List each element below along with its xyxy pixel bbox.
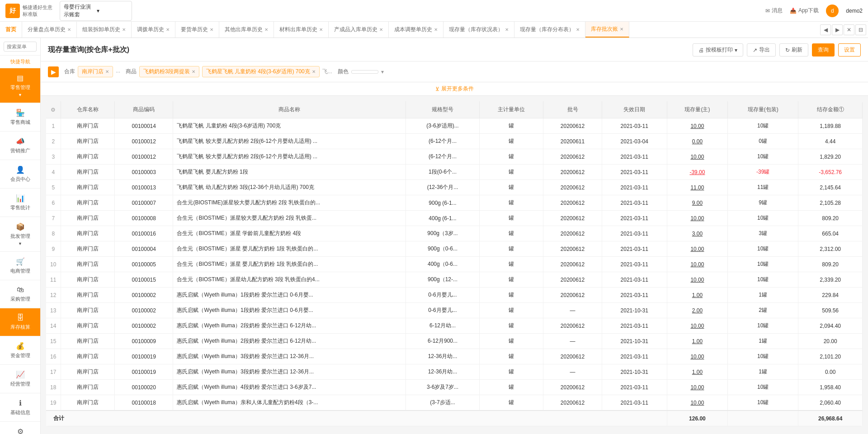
cell-qty-main[interactable]: -39.00 [667, 165, 727, 180]
sidebar-item-basic-info[interactable]: ℹ 基础信息 [0, 393, 40, 422]
cell-spec: 900g (6-1... [406, 195, 479, 211]
product-tag1-close-icon[interactable]: ✕ [192, 69, 195, 74]
cell-qty-main[interactable]: 10.00 [667, 241, 727, 257]
sidebar-item-finance[interactable]: 💰 资金管理 [0, 336, 40, 365]
tab-close-icon[interactable]: ✕ [576, 27, 580, 32]
cell-qty-main[interactable]: 1.00 [667, 288, 727, 303]
query-btn[interactable]: 查询 [812, 43, 835, 57]
sidebar-item-retail-stats[interactable]: 📊 零售统计 [0, 189, 40, 217]
product-filter-tag-2[interactable]: 飞鹤星飞帆 儿童奶粉 4段(3-6岁适用) 700克 ✕ [202, 66, 320, 77]
product-filter-extra[interactable]: 飞... [322, 68, 332, 75]
cell-qty-main[interactable]: 10.00 [667, 380, 727, 395]
finance-icon: 💰 [16, 342, 25, 350]
tab-next-btn[interactable]: ▶ [832, 24, 843, 35]
cell-qty-main[interactable]: 3.00 [667, 226, 727, 241]
tab-batch-account[interactable]: 库存批次账 ✕ [585, 22, 629, 38]
retail-stats-icon: 📊 [16, 194, 25, 203]
tab-product-in[interactable]: 产成品入库单历史 ✕ [329, 22, 389, 38]
tab-home[interactable]: 首页 [0, 22, 22, 38]
cell-qty-main[interactable]: 10.00 [667, 395, 727, 411]
sidebar-item-system-mgmt[interactable]: ⚙ 系统管理 [0, 422, 40, 434]
cell-qty-main[interactable]: 10.00 [667, 149, 727, 165]
cell-batch: 20200612 [543, 272, 602, 288]
settings-icon[interactable]: ⚙ [51, 107, 56, 113]
tab-disassemble[interactable]: 组装拆卸单历史 ✕ [77, 22, 132, 38]
cell-num: 9 [46, 241, 61, 257]
tab-cost-adjust[interactable]: 成本调整单历史 ✕ [389, 22, 443, 38]
tab-prev-btn[interactable]: ◀ [820, 24, 831, 35]
sidebar-item-label: 资金管理 [10, 352, 30, 359]
cell-num: 17 [46, 364, 61, 380]
tab-close-icon[interactable]: ✕ [122, 27, 126, 32]
tab-more-btn[interactable]: ⊟ [855, 24, 866, 35]
tab-close-icon[interactable]: ✕ [67, 27, 71, 32]
cell-qty-main[interactable]: 10.00 [667, 272, 727, 288]
product-tag2-close-icon[interactable]: ✕ [312, 69, 316, 74]
cell-qty-main[interactable]: 10.00 [667, 349, 727, 364]
sidebar-item-label: 营销推广 [10, 147, 30, 154]
tab-close-icon[interactable]: ✕ [620, 27, 623, 32]
tab-close-icon[interactable]: ✕ [166, 27, 170, 32]
tab-inventory-status[interactable]: 现存量（库存状况表） ✕ [443, 22, 514, 38]
tab-inventory-dist[interactable]: 现存量（库存分布表） ✕ [514, 22, 585, 38]
tab-close-icon[interactable]: ✕ [319, 27, 323, 32]
cell-qty-main[interactable]: 10.00 [667, 211, 727, 226]
template-print-btn[interactable]: 🖨 按模板打印 ▾ [693, 43, 743, 57]
cell-qty-main[interactable]: 10.00 [667, 257, 727, 272]
refresh-btn[interactable]: ↻ 刷新 [779, 43, 808, 57]
sidebar-item-operations[interactable]: 📈 经营管理 [0, 365, 40, 393]
tab-close-icon[interactable]: ✕ [210, 27, 213, 32]
purchase-icon: 🛍 [17, 286, 24, 294]
cell-batch: 20200611 [543, 134, 602, 149]
sidebar-item-ecommerce[interactable]: 🛒 电商管理 [0, 252, 40, 280]
cell-spec: (6-12个月... [406, 134, 479, 149]
tab-require[interactable]: 要货单历史 ✕ [175, 22, 219, 38]
warehouse-filter-dots[interactable]: ··· [116, 69, 120, 75]
cell-qty-main[interactable]: 1.00 [667, 364, 727, 380]
tab-close-all-btn[interactable]: ✕ [844, 24, 854, 35]
expand-icon: ▶ [51, 68, 56, 75]
sidebar-item-member[interactable]: 👤 会员中心 [0, 160, 40, 189]
cell-qty-main[interactable]: 10.00 [667, 318, 727, 334]
tab-close-icon[interactable]: ✕ [505, 27, 509, 32]
cell-qty-main[interactable]: 11.00 [667, 180, 727, 195]
wholesale-icon: 📦 [16, 222, 25, 231]
warehouse-filter-tag[interactable]: 南岸门店 ✕ [78, 66, 113, 77]
message-btn[interactable]: ✉ 消息 [765, 7, 783, 14]
store-selector[interactable]: 母婴行业演示账套 ▾ [60, 1, 132, 21]
sidebar-item-wholesale[interactable]: 📦 批发管理 ▼ [0, 217, 40, 252]
cell-expiry: 2021-03-11 [602, 149, 667, 165]
tab-split-count[interactable]: 分量盘点单历史 ✕ [22, 22, 77, 38]
search-input[interactable] [4, 42, 37, 52]
tab-transfer[interactable]: 调拨单历史 ✕ [132, 22, 175, 38]
sidebar-item-retail-shop[interactable]: 🏪 零售商城 [0, 103, 40, 132]
col-settings[interactable]: ⚙ [46, 101, 61, 118]
cell-balance: -3,652.76 [798, 165, 863, 180]
sidebar-item-marketing[interactable]: 📣 营销推广 [0, 132, 40, 160]
app-download-btn[interactable]: 📥 App下载 [790, 7, 819, 14]
cell-qty-main[interactable]: 0.00 [667, 134, 727, 149]
settings-btn[interactable]: 设置 [838, 43, 861, 57]
cell-qty-main[interactable]: 1.00 [667, 334, 727, 349]
sidebar-item-retail-mgmt[interactable]: ▤ 零售管理 ▼ [0, 68, 40, 103]
product-filter-tag-1[interactable]: 飞鹤奶粉3段两提装 ✕ [139, 66, 199, 77]
color-filter-input[interactable] [351, 70, 378, 74]
cell-qty-main[interactable]: 2.00 [667, 303, 727, 318]
color-filter-group: 颜色 ▾ [338, 68, 384, 75]
export-btn[interactable]: ↗ 导出 [747, 43, 776, 57]
filter-expand-btn[interactable]: ▶ [48, 66, 59, 77]
tab-close-icon[interactable]: ✕ [434, 27, 438, 32]
cell-qty-main[interactable]: 9.00 [667, 195, 727, 211]
tab-other-out[interactable]: 其他出库单历史 ✕ [219, 22, 274, 38]
tab-material-out[interactable]: 材料出库单历史 ✕ [274, 22, 329, 38]
sidebar-item-quick-nav[interactable]: 快捷导航 [0, 56, 40, 68]
expand-more-btn[interactable]: ⊻ 展开更多条件 [435, 85, 474, 93]
cell-spec: 12-36月幼... [406, 364, 479, 380]
tab-close-icon[interactable]: ✕ [379, 27, 383, 32]
sidebar-item-inventory[interactable]: 🗄 库存核算 [0, 308, 40, 336]
avatar[interactable]: d [826, 5, 839, 17]
cell-qty-main[interactable]: 10.00 [667, 118, 727, 134]
warehouse-tag-close-icon[interactable]: ✕ [105, 69, 109, 74]
tab-close-icon[interactable]: ✕ [264, 27, 268, 32]
sidebar-item-purchase[interactable]: 🛍 采购管理 [0, 280, 40, 308]
